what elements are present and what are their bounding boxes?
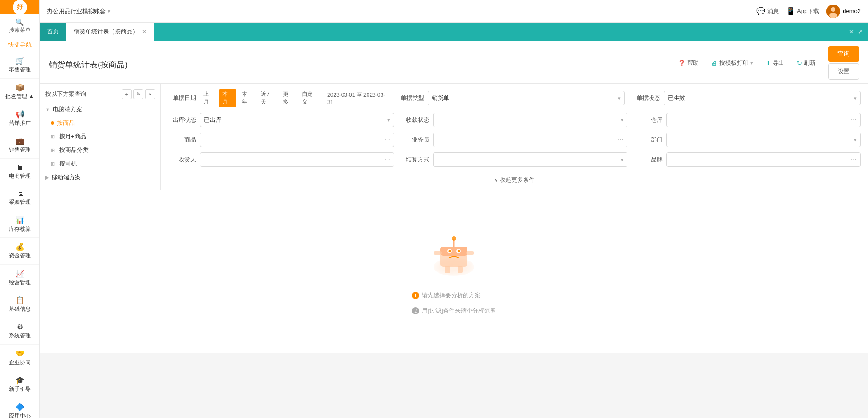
corp-icon: 🤝 <box>15 349 24 358</box>
tree-item-by-month-goods[interactable]: ⊞ 按月+商品 <box>40 130 160 143</box>
brand-more[interactable]: ··· <box>851 156 857 164</box>
app-download-btn[interactable]: 📱 App下载 <box>786 7 819 15</box>
salesman-more[interactable]: ··· <box>618 136 623 144</box>
out-status-label: 出库状态 <box>168 116 200 124</box>
dept-arrow: ▾ <box>854 137 857 143</box>
doc-status-label: 单据状态 <box>632 94 664 102</box>
tab-sales-stat[interactable]: 销货单统计表（按商品） ✕ <box>66 23 154 41</box>
page-header: 销货单统计表(按商品) ❓ 帮助 🖨 按模板打印 ▾ ⬆ 导出 <box>40 41 868 84</box>
sidebar-item-wholesale[interactable]: 📦 批发管理 ▲ <box>0 79 39 105</box>
sidebar-item-purchase[interactable]: 🛍 采购管理 <box>0 185 39 211</box>
date-tab-more[interactable]: 更多 <box>279 89 297 107</box>
content-area: 销货单统计表(按商品) ❓ 帮助 🖨 按模板打印 ▾ ⬆ 导出 <box>40 41 868 418</box>
sidebar-item-corp[interactable]: 🤝 企业协同 <box>0 345 39 371</box>
sidebar-item-ecom[interactable]: 🖥 电商管理 <box>0 159 39 185</box>
left-panel-title: 按以下方案查询 <box>45 90 86 98</box>
receiver-control[interactable]: ··· <box>200 152 394 167</box>
brand-control[interactable]: ··· <box>666 152 861 167</box>
brand-label: 品牌 <box>635 156 666 164</box>
doc-type-arrow: ▾ <box>618 95 621 101</box>
window-close-btn[interactable]: ✕ <box>849 28 854 35</box>
sidebar-item-retail[interactable]: 🛒 零售管理 <box>0 52 39 79</box>
sidebar-item-guide[interactable]: 🎓 新手引导 <box>0 371 39 398</box>
date-tab-this-year[interactable]: 本年 <box>238 89 255 107</box>
doc-status-value: 已生效 <box>668 94 854 102</box>
window-expand-btn[interactable]: ⤢ <box>858 28 863 35</box>
sales-icon: 💼 <box>15 137 24 145</box>
tree-parent-mobile[interactable]: ▶ 移动端方案 <box>40 171 160 184</box>
collapse-panel-btn[interactable]: « <box>145 89 155 99</box>
tab-close-btn[interactable]: ✕ <box>142 28 146 35</box>
payment-arrow: ▾ <box>621 157 623 163</box>
active-dot <box>51 121 54 125</box>
svg-point-2 <box>829 13 837 18</box>
tabbar: 首页 销货单统计表（按商品） ✕ ✕ ⤢ <box>40 23 868 41</box>
wholesale-icon: 📦 <box>15 83 24 92</box>
tab-home[interactable]: 首页 <box>40 23 66 41</box>
tree-item-by-driver[interactable]: ⊞ 按司机 <box>40 157 160 171</box>
empty-text: 1 请先选择要分析的方案 2 用[过滤]条件来缩小分析范围 <box>412 290 495 317</box>
date-tab-custom[interactable]: 自定义 <box>298 89 321 107</box>
date-tab-this-month[interactable]: 本月 <box>219 89 236 107</box>
out-status-control[interactable]: 已出库 ▾ <box>200 113 394 127</box>
sidebar-item-finance[interactable]: 💰 资金管理 <box>0 238 39 265</box>
goods-more[interactable]: ··· <box>384 136 390 144</box>
empty-illustration <box>427 226 481 280</box>
settings-button[interactable]: 设置 <box>828 63 859 80</box>
apps-icon: 🔷 <box>15 403 24 411</box>
goods-label: 商品 <box>168 136 200 144</box>
sidebar-quick-nav[interactable]: 快捷导航 <box>0 38 39 52</box>
svg-rect-12 <box>445 266 450 273</box>
tree-item-by-goods[interactable]: 按商品 <box>40 116 160 130</box>
sidebar-search[interactable]: 🔍 搜索菜单 <box>0 14 39 38</box>
filter-row-4: 收货人 ··· 结算方式 ▾ 品牌 <box>168 152 861 167</box>
warehouse-control[interactable]: ··· <box>666 113 861 127</box>
guide-icon: 🎓 <box>15 376 24 385</box>
date-tab-7days[interactable]: 近7天 <box>257 89 278 107</box>
salesman-control[interactable]: ··· <box>433 133 627 147</box>
doc-type-control[interactable]: 销货单 ▾ <box>428 91 625 105</box>
dept-control[interactable]: ▾ <box>666 133 861 147</box>
goods-control[interactable]: ··· <box>200 133 394 147</box>
salesman-label: 业务员 <box>401 136 433 144</box>
purchase-icon: 🛍 <box>16 190 24 198</box>
sidebar-item-marketing[interactable]: 📢 营销推广 <box>0 105 39 132</box>
date-tab-last-month[interactable]: 上月 <box>200 89 217 107</box>
export-btn[interactable]: ⬆ 导出 <box>762 57 788 69</box>
left-panel: 按以下方案查询 ＋ ✎ « ▼ 电脑端方案 <box>40 84 161 190</box>
print-btn[interactable]: 🖨 按模板打印 ▾ <box>708 57 757 69</box>
user-info[interactable]: demo2 <box>826 5 861 18</box>
payment-control[interactable]: ▾ <box>433 152 627 167</box>
svg-rect-13 <box>458 266 463 273</box>
sidebar-item-basic[interactable]: 📋 基础信息 <box>0 291 39 318</box>
refresh-btn[interactable]: ↻ 刷新 <box>793 57 819 69</box>
pay-status-control[interactable]: ▾ <box>433 113 627 127</box>
filter-row-3: 商品 ··· 业务员 ··· 部门 <box>168 133 861 147</box>
sidebar-item-apps[interactable]: 🔷 应用中心 <box>0 398 39 418</box>
date-label: 单据日期 <box>168 94 200 102</box>
sidebar-item-ops[interactable]: 📈 经营管理 <box>0 265 39 291</box>
collapse-btn[interactable]: ∧ 收起更多条件 <box>161 172 868 186</box>
edit-scheme-btn[interactable]: ✎ <box>133 89 143 99</box>
svg-rect-10 <box>434 251 442 255</box>
page-actions: ❓ 帮助 🖨 按模板打印 ▾ ⬆ 导出 ↻ 刷新 <box>675 46 859 83</box>
receiver-more[interactable]: ··· <box>384 156 390 164</box>
doc-status-control[interactable]: 已生效 ▾ <box>664 91 861 105</box>
main-area: 办公用品行业模拟账套 ▾ 💬 消息 📱 App下载 <box>40 0 868 418</box>
page-title: 销货单统计表(按商品) <box>49 59 127 70</box>
message-btn[interactable]: 💬 消息 <box>756 7 779 15</box>
add-scheme-btn[interactable]: ＋ <box>122 89 132 99</box>
sidebar-item-system[interactable]: ⚙ 系统管理 <box>0 318 39 345</box>
system-icon: ⚙ <box>17 323 23 331</box>
filter-section: 按以下方案查询 ＋ ✎ « ▼ 电脑端方案 <box>40 84 868 190</box>
query-button[interactable]: 查询 <box>828 46 859 62</box>
filter-row-2: 出库状态 已出库 ▾ 收款状态 ▾ 仓库 <box>168 113 861 127</box>
sidebar-item-inventory[interactable]: 📊 库存核算 <box>0 211 39 238</box>
help-btn[interactable]: ❓ 帮助 <box>675 57 703 69</box>
sidebar-item-sales[interactable]: 💼 销售管理 <box>0 132 39 159</box>
receiver-label: 收货人 <box>168 156 200 164</box>
warehouse-more[interactable]: ··· <box>851 116 857 124</box>
doc-type-label: 单据类型 <box>396 94 428 102</box>
tree-item-by-category[interactable]: ⊞ 按商品分类 <box>40 143 160 157</box>
tree-parent-pc[interactable]: ▼ 电脑端方案 <box>40 103 160 116</box>
